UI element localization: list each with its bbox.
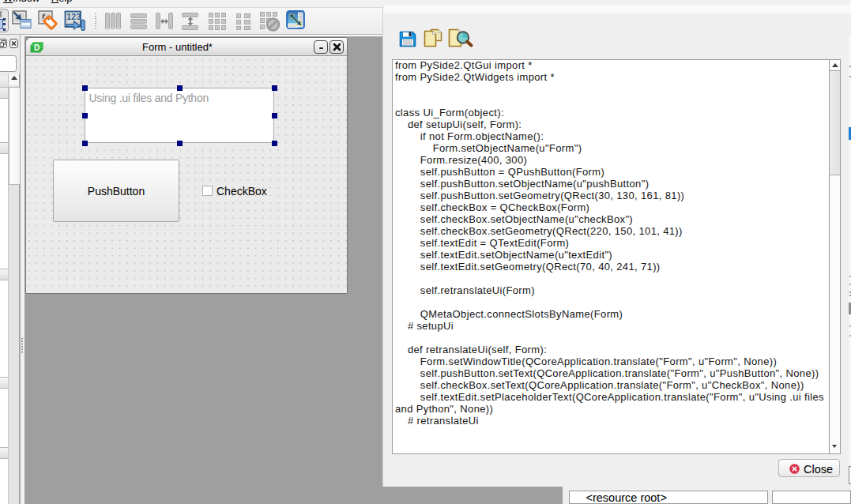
svg-text:123: 123: [66, 12, 81, 21]
svg-text:D: D: [34, 43, 40, 52]
